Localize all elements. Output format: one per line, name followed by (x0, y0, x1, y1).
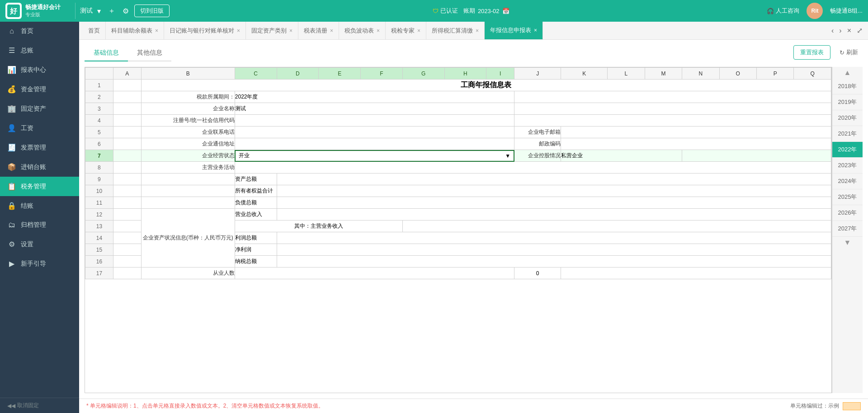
year-nav-up[interactable]: ▲ (842, 67, 853, 79)
row17-c[interactable] (235, 268, 514, 279)
row13-d[interactable]: 其中：主营业务收入 (235, 221, 402, 232)
year-2020[interactable]: 2020年 (832, 110, 863, 126)
tab-tax-report-close[interactable]: × (330, 28, 333, 34)
dropdown-btn[interactable]: ▾ (95, 5, 103, 17)
year-nav-down[interactable]: ▼ (842, 237, 853, 249)
row5-j[interactable]: 企业电子邮箱 (514, 127, 561, 138)
col-h[interactable]: H (444, 68, 486, 80)
row16-c[interactable]: 纳税总额 (235, 256, 277, 268)
row4-c[interactable] (235, 115, 514, 127)
year-2021[interactable]: 2021年 (832, 126, 863, 142)
tab-auxiliary[interactable]: 科目辅助余额表 × (106, 22, 164, 40)
year-2027[interactable]: 2027年 (832, 221, 863, 237)
row14-d[interactable] (277, 232, 831, 244)
row17-b[interactable]: 从业人数 (141, 268, 235, 279)
year-2026[interactable]: 2026年 (832, 205, 863, 221)
col-l[interactable]: L (608, 68, 645, 80)
row6-c[interactable] (235, 138, 514, 150)
tab-auxiliary-close[interactable]: × (155, 28, 158, 34)
col-q[interactable]: Q (794, 68, 831, 80)
row8-b[interactable]: 主营业务活动 (141, 162, 235, 174)
sub-tab-basic[interactable]: 基础信息 (85, 45, 128, 61)
tab-tax-report[interactable]: 税表清册 × (298, 22, 339, 40)
row10-c[interactable]: 所有者权益合计 (235, 185, 277, 197)
sidebar-item-ledger[interactable]: ☰ 总账 (0, 41, 79, 60)
row17-k[interactable] (561, 268, 831, 279)
sidebar-item-home[interactable]: ⌂ 首页 (0, 22, 79, 41)
sidebar-item-tax[interactable]: 📋 税务管理 (0, 177, 79, 196)
row12-c[interactable]: 营业总收入 (235, 209, 277, 221)
sidebar-item-fund[interactable]: 💰 资金管理 (0, 80, 79, 99)
settings-btn[interactable]: ⚙ (121, 5, 131, 17)
row3-b[interactable]: 企业名称 (141, 103, 235, 115)
tab-annual-report-close[interactable]: × (534, 27, 537, 33)
row7-b[interactable]: 企业经营状态 (141, 150, 235, 162)
year-2025[interactable]: 2025年 (832, 189, 863, 205)
row9-c[interactable]: 资产总额 (235, 174, 277, 185)
row6-b[interactable]: 企业通信地址 (141, 138, 235, 150)
tab-fixed-asset-type-close[interactable]: × (289, 28, 292, 34)
tab-close-all-btn[interactable]: × (845, 24, 853, 37)
col-k[interactable]: K (561, 68, 608, 80)
row7-k[interactable]: 私营企业 (561, 150, 682, 162)
col-c[interactable]: C (235, 68, 277, 80)
row15-c[interactable]: 净利润 (235, 244, 277, 256)
spreadsheet-container[interactable]: A B C D E F G H I J (85, 67, 832, 393)
row7-c-dropdown[interactable]: 开业 ▼ (235, 150, 514, 162)
user-avatar[interactable]: Rit (807, 3, 823, 19)
reset-btn[interactable]: 重置报表 (793, 45, 830, 60)
year-2018[interactable]: 2018年 (832, 79, 863, 94)
tab-prev-btn[interactable]: ‹ (830, 24, 835, 37)
tab-tax-fluctuation[interactable]: 税负波动表 × (339, 22, 386, 40)
col-j[interactable]: J (514, 68, 561, 80)
year-2023[interactable]: 2023年 (832, 158, 863, 174)
unpin-btn[interactable]: ◀◀ 取消固定 (0, 398, 79, 413)
row6-k[interactable] (561, 138, 831, 150)
switch-old-btn[interactable]: 切到旧版 (134, 5, 170, 17)
col-m[interactable]: M (645, 68, 682, 80)
sidebar-item-fixed-asset[interactable]: 🏢 固定资产 (0, 99, 79, 118)
tab-fixed-asset-type[interactable]: 固定资产类别 × (246, 22, 298, 40)
col-g[interactable]: G (402, 68, 444, 80)
tab-tax-expert-close[interactable]: × (417, 28, 420, 34)
row5-b[interactable]: 企业联系电话 (141, 127, 235, 138)
tab-journal[interactable]: 日记账与银行对账单核对 × (164, 22, 246, 40)
sidebar-item-inventory[interactable]: 📦 进销台账 (0, 157, 79, 177)
tab-home[interactable]: 首页 (83, 22, 106, 40)
tab-income-tax-close[interactable]: × (476, 28, 479, 34)
row5-c[interactable] (235, 127, 514, 138)
tab-tax-expert[interactable]: 税检专家 × (386, 22, 426, 40)
tab-journal-close[interactable]: × (237, 28, 240, 34)
sidebar-item-settings[interactable]: ⚙ 设置 (0, 235, 79, 254)
col-o[interactable]: O (719, 68, 756, 80)
row6-j[interactable]: 邮政编码 (514, 138, 561, 150)
tab-next-btn[interactable]: › (837, 24, 843, 37)
year-2022[interactable]: 2022年 (832, 142, 863, 158)
sidebar-item-payroll[interactable]: 👤 工资 (0, 118, 79, 138)
row13-h[interactable] (402, 221, 831, 232)
row9-d[interactable] (277, 174, 831, 185)
row2-c[interactable]: 2022年度 (235, 91, 514, 103)
row3-c[interactable]: 测试 (235, 103, 514, 115)
row10-d[interactable] (277, 185, 831, 197)
row11-c[interactable]: 负债总额 (235, 197, 277, 209)
tab-income-tax[interactable]: 所得税汇算清缴 × (426, 22, 485, 40)
row11-d[interactable] (277, 197, 831, 209)
sidebar-item-guide[interactable]: ▶ 新手引导 (0, 254, 79, 273)
col-b[interactable]: B (141, 68, 235, 80)
col-f[interactable]: F (361, 68, 403, 80)
row15-d[interactable] (277, 244, 831, 256)
col-a[interactable]: A (113, 68, 141, 80)
sidebar-item-archive[interactable]: 🗂 归档管理 (0, 216, 79, 235)
col-d[interactable]: D (277, 68, 319, 80)
row8-c[interactable] (235, 162, 831, 174)
col-e[interactable]: E (319, 68, 361, 80)
row17-j[interactable]: 0 (514, 268, 561, 279)
row4-b[interactable]: 注册号/统一社会信用代码 (141, 115, 235, 127)
tab-expand-btn[interactable]: ⤢ (855, 24, 864, 37)
calendar-icon[interactable]: 📅 (502, 8, 509, 14)
row2-b[interactable]: 税款所属期间： (141, 91, 235, 103)
service-btn[interactable]: 🎧 人工咨询 (767, 7, 799, 15)
sidebar-item-report[interactable]: 📊 报表中心 (0, 60, 79, 80)
sidebar-item-invoice[interactable]: 🧾 发票管理 (0, 138, 79, 157)
